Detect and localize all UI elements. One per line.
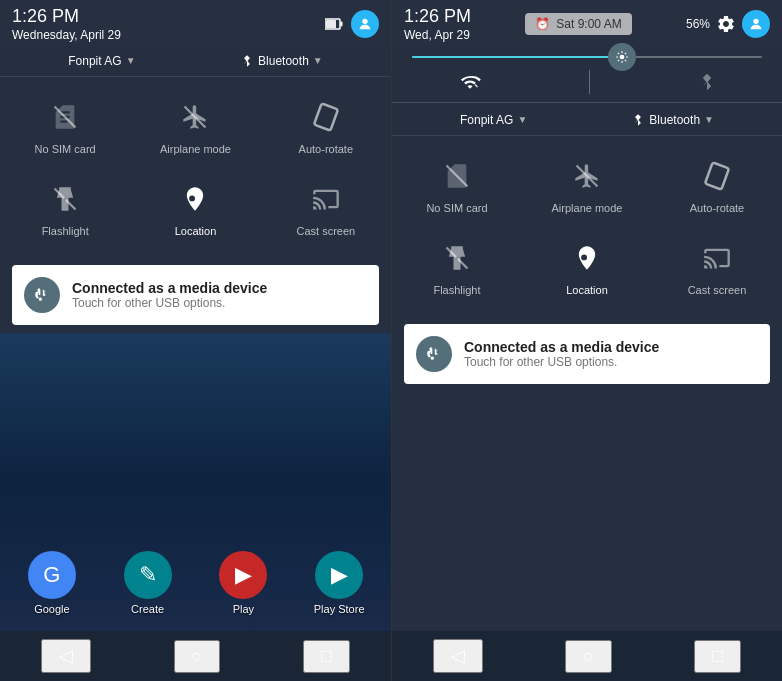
left-tile-autorotate[interactable]: Auto-rotate [261, 85, 391, 167]
right-bluetooth-tile[interactable]: Bluetooth ▼ [631, 113, 714, 127]
right-usb-icon [416, 336, 452, 372]
right-quick-grid: No SIM card Airplane mode [392, 136, 782, 316]
right-recents-button[interactable]: □ [694, 640, 741, 673]
left-quick-settings-row: Fonpit AG ▼ Bluetooth ▼ [0, 46, 391, 77]
right-tile-location[interactable]: Location [522, 226, 652, 308]
right-fonpit-dropdown: ▼ [517, 114, 527, 125]
settings-gear-icon[interactable] [716, 14, 736, 34]
right-back-button[interactable]: ◁ [433, 639, 483, 673]
right-status-bar: 1:26 PM Wed, Apr 29 ⏰ Sat 9:00 AM 56% [392, 0, 782, 46]
right-bt-section [697, 70, 717, 94]
bluetooth-icon-small-left [240, 54, 254, 68]
right-time: 1:26 PM [404, 6, 471, 28]
right-tile-sim[interactable]: No SIM card [392, 144, 522, 226]
left-recents-button[interactable]: □ [303, 640, 350, 673]
right-cast-label: Cast screen [688, 284, 747, 296]
left-tile-airplane[interactable]: Airplane mode [130, 85, 260, 167]
right-autorotate-label: Auto-rotate [690, 202, 744, 214]
battery-icon [325, 18, 343, 30]
flashlight-icon-left [45, 179, 85, 219]
left-create-label: Create [131, 603, 164, 615]
right-tile-autorotate[interactable]: Auto-rotate [652, 144, 782, 226]
left-app-play[interactable]: ▶ Play [200, 551, 288, 615]
bluetooth-icon-small-right [631, 113, 645, 127]
svg-rect-12 [705, 162, 729, 189]
left-play-label: Play [233, 603, 254, 615]
left-app-google[interactable]: G Google [8, 551, 96, 615]
right-notif-subtitle: Touch for other USB options. [464, 355, 659, 369]
left-playstore-label: Play Store [314, 603, 365, 615]
right-quick-settings-row: Fonpit AG ▼ Bluetooth ▼ [392, 105, 782, 136]
airplane-icon-left [175, 97, 215, 137]
left-tile-location[interactable]: Location [130, 167, 260, 249]
google-icon: G [28, 551, 76, 599]
right-bluetooth-label: Bluetooth [649, 113, 700, 127]
left-status-left: 1:26 PM Wednesday, April 29 [12, 6, 121, 42]
left-notif-subtitle: Touch for other USB options. [72, 296, 267, 310]
left-notification-card[interactable]: Connected as a media device Touch for ot… [12, 265, 379, 325]
left-fonpit-dropdown: ▼ [126, 55, 136, 66]
left-fonpit-label: Fonpit AG [68, 54, 121, 68]
right-notification-card[interactable]: Connected as a media device Touch for ot… [404, 324, 770, 384]
left-tile-flashlight[interactable]: Flashlight [0, 167, 130, 249]
left-date: Wednesday, April 29 [12, 28, 121, 42]
left-app-playstore[interactable]: ▶ Play Store [295, 551, 383, 615]
right-phone-panel: 1:26 PM Wed, Apr 29 ⏰ Sat 9:00 AM 56% [391, 0, 782, 681]
left-home-screen: G Google ✎ Create ▶ Play ▶ Play Store [0, 333, 391, 631]
right-status-icons: 56% [686, 10, 770, 38]
right-notif-text: Connected as a media device Touch for ot… [464, 339, 659, 369]
right-tile-cast[interactable]: Cast screen [652, 226, 782, 308]
left-home-button[interactable]: ○ [174, 640, 221, 673]
left-google-label: Google [34, 603, 69, 615]
sim-icon-right [437, 156, 477, 196]
left-back-button[interactable]: ◁ [41, 639, 91, 673]
right-home-button[interactable]: ○ [565, 640, 612, 673]
right-tile-airplane[interactable]: Airplane mode [522, 144, 652, 226]
svg-rect-6 [314, 103, 338, 130]
autorotate-icon-right [697, 156, 737, 196]
right-nav-bar: ◁ ○ □ [392, 631, 782, 681]
right-notif-title: Connected as a media device [464, 339, 659, 355]
right-airplane-label: Airplane mode [552, 202, 623, 214]
left-notification-shade: Fonpit AG ▼ Bluetooth ▼ [0, 46, 391, 333]
left-time: 1:26 PM [12, 6, 121, 28]
wifi-icon-right [458, 72, 482, 92]
create-icon: ✎ [124, 551, 172, 599]
right-wifi-bt-row [392, 64, 782, 100]
alarm-clock-icon: ⏰ [535, 17, 550, 31]
right-tile-flashlight[interactable]: Flashlight [392, 226, 522, 308]
left-bluetooth-tile[interactable]: Bluetooth ▼ [240, 54, 323, 68]
left-cast-label: Cast screen [296, 225, 355, 237]
brightness-fill [412, 56, 622, 58]
left-phone-panel: 1:26 PM Wednesday, April 29 Fonpit AG [0, 0, 391, 681]
svg-point-8 [753, 19, 758, 24]
left-airplane-label: Airplane mode [160, 143, 231, 155]
right-bt-dropdown: ▼ [704, 114, 714, 125]
right-notification-shade: Fonpit AG ▼ Bluetooth ▼ [392, 46, 782, 631]
svg-rect-1 [341, 21, 343, 26]
left-app-create[interactable]: ✎ Create [104, 551, 192, 615]
left-usb-icon [24, 277, 60, 313]
left-nav-bar: ◁ ○ □ [0, 631, 391, 681]
play-icon: ▶ [219, 551, 267, 599]
right-brightness-area [392, 46, 782, 64]
left-tile-sim[interactable]: No SIM card [0, 85, 130, 167]
left-avatar [351, 10, 379, 38]
right-fonpit-tile[interactable]: Fonpit AG ▼ [460, 113, 527, 127]
autorotate-icon-left [306, 97, 346, 137]
left-status-right [325, 10, 379, 38]
svg-rect-2 [326, 20, 336, 28]
left-sim-label: No SIM card [35, 143, 96, 155]
left-quick-grid: No SIM card Airplane mode [0, 77, 391, 257]
right-flashlight-label: Flashlight [433, 284, 480, 296]
left-fonpit-tile[interactable]: Fonpit AG ▼ [68, 54, 135, 68]
brightness-track[interactable] [412, 56, 762, 58]
left-tile-cast[interactable]: Cast screen [261, 167, 391, 249]
playstore-icon: ▶ [315, 551, 363, 599]
svg-point-3 [362, 19, 367, 24]
left-autorotate-label: Auto-rotate [299, 143, 353, 155]
left-location-label: Location [175, 225, 217, 237]
cast-icon-left [306, 179, 346, 219]
svg-point-9 [620, 55, 625, 60]
left-notif-text: Connected as a media device Touch for ot… [72, 280, 267, 310]
